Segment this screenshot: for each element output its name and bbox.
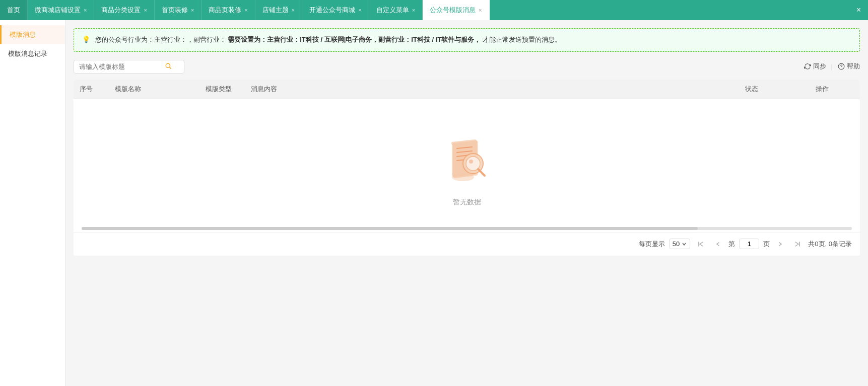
empty-text: 暂无数据 — [453, 198, 481, 207]
main-content: 💡 您的公众号行业为：主营行业：，副营行业： 需要设置为：主营行业：IT科技 /… — [65, 20, 868, 386]
empty-state: 暂无数据 — [74, 99, 860, 227]
prev-page-button[interactable] — [711, 238, 724, 251]
industry-alert: 💡 您的公众号行业为：主营行业：，副营行业： 需要设置为：主营行业：IT科技 /… — [74, 28, 860, 52]
nav-tab-shop-theme[interactable]: 店铺主题 × — [255, 0, 302, 20]
search-input-wrap — [74, 60, 184, 73]
search-input[interactable] — [79, 63, 165, 70]
nav-tab-homepage-decoration[interactable]: 首页装修 × — [155, 0, 202, 20]
first-page-button[interactable] — [694, 238, 707, 251]
svg-point-12 — [469, 160, 473, 164]
nav-tab-shop-settings[interactable]: 微商城店铺设置 × — [28, 0, 94, 20]
page-size-label: 每页显示 — [639, 240, 665, 249]
nav-tab-open-shop[interactable]: 开通公众号商城 × — [302, 0, 369, 20]
search-icon[interactable] — [165, 62, 172, 71]
col-header-action: 操作 — [810, 80, 860, 99]
empty-illustration — [437, 129, 497, 190]
table-container: 序号 模版名称 模版类型 消息内容 状态 操作 — [74, 80, 860, 256]
toolbar-divider: | — [831, 63, 833, 70]
pagination: 每页显示 50 第 — [74, 232, 860, 256]
close-icon[interactable]: × — [358, 7, 361, 13]
close-icon[interactable]: × — [144, 7, 147, 13]
close-icon[interactable]: × — [292, 7, 295, 13]
col-header-type: 模版类型 — [199, 80, 245, 99]
close-icon[interactable]: × — [191, 7, 194, 13]
template-table: 序号 模版名称 模版类型 消息内容 状态 操作 — [74, 80, 860, 227]
nav-tab-template-message[interactable]: 公众号模版消息 × — [423, 0, 489, 20]
total-info: 共0页, 0条记录 — [808, 240, 852, 249]
last-page-button[interactable] — [791, 238, 804, 251]
page-size-select[interactable]: 50 — [669, 239, 690, 249]
nav-tab-custom-menu[interactable]: 自定义菜单 × — [369, 0, 423, 20]
sidebar: 模版消息 模版消息记录 — [0, 20, 65, 386]
col-header-content: 消息内容 — [245, 80, 739, 99]
svg-line-1 — [170, 67, 171, 68]
horizontal-scrollbar[interactable] — [82, 227, 852, 230]
close-icon[interactable]: × — [244, 7, 247, 13]
toolbar-right: 同步 | 帮助 — [804, 62, 860, 71]
sidebar-item-template-message-record[interactable]: 模版消息记录 — [0, 44, 65, 63]
page-label: 第 — [728, 240, 735, 249]
scrollbar-thumb[interactable] — [82, 227, 698, 230]
nav-tab-product-decoration[interactable]: 商品页装修 × — [202, 0, 255, 20]
col-header-seq: 序号 — [74, 80, 109, 99]
col-header-status: 状态 — [739, 80, 810, 99]
layout: 模版消息 模版消息记录 💡 您的公众号行业为：主营行业：，副营行业： 需要设置为… — [0, 20, 868, 386]
close-icon[interactable]: × — [479, 7, 482, 13]
close-all-tabs-button[interactable]: × — [849, 6, 868, 15]
search-bar: 同步 | 帮助 — [74, 60, 860, 73]
nav-tab-home[interactable]: 首页 — [0, 0, 28, 20]
close-icon[interactable]: × — [84, 7, 87, 13]
nav-tab-category-settings[interactable]: 商品分类设置 × — [94, 0, 154, 20]
chevron-down-icon — [682, 242, 687, 247]
top-nav: 首页 微商城店铺设置 × 商品分类设置 × 首页装修 × 商品页装修 × 店铺主… — [0, 0, 868, 20]
alert-icon: 💡 — [82, 36, 90, 43]
sidebar-item-template-message[interactable]: 模版消息 — [0, 25, 65, 44]
page-unit: 页 — [763, 240, 770, 249]
sync-button[interactable]: 同步 — [804, 62, 826, 71]
col-header-name: 模版名称 — [109, 80, 199, 99]
next-page-button[interactable] — [774, 238, 787, 251]
page-number-input[interactable] — [739, 239, 759, 249]
svg-point-0 — [166, 63, 170, 67]
close-icon[interactable]: × — [412, 7, 415, 13]
help-button[interactable]: 帮助 — [838, 62, 860, 71]
